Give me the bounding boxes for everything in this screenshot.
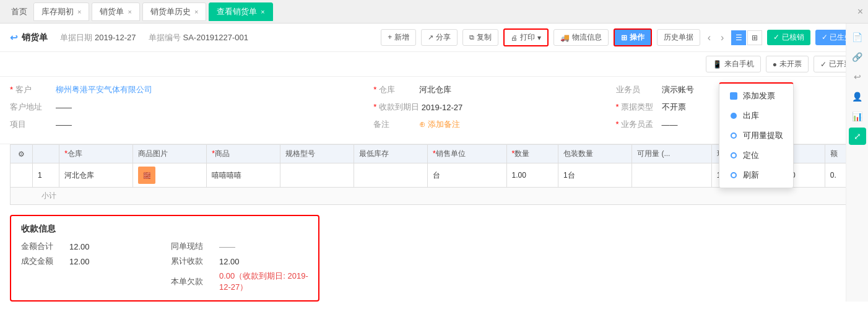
col-num [33, 145, 59, 163]
extract-icon [729, 131, 738, 140]
doc-actions: + 新增 ↗ 分享 ⧉ 复制 🖨 打印 ▾ 🚚 物流信息 [381, 28, 858, 46]
col-image: 商品图片 [133, 145, 207, 163]
tab-sales-history-close[interactable]: × [194, 8, 198, 15]
dropdown-add-invoice[interactable]: 添加发票 [719, 86, 793, 106]
dropdown-locate[interactable]: 定位 [719, 145, 793, 165]
history-button[interactable]: 历史单据 [657, 29, 700, 46]
col-settings: ⚙ [11, 145, 33, 163]
payment-same-order: 同单现结 —— [171, 241, 308, 252]
tab-home[interactable]: 首页 [5, 6, 33, 17]
new-button[interactable]: + 新增 [381, 29, 415, 46]
tab-view-sales-close[interactable]: × [261, 8, 264, 15]
sidebar-chart-icon[interactable]: 📊 [849, 108, 866, 125]
tab-sales[interactable]: 销货单 × [92, 2, 139, 21]
note-field: 备注 ⊕ 添加备注 [373, 119, 615, 130]
cell-package-qty: 1台 [558, 163, 632, 188]
next-button[interactable]: › [718, 31, 726, 45]
project-value: —— [56, 120, 72, 129]
invoice-icon [729, 92, 738, 100]
sidebar-link-icon[interactable]: 🔗 [849, 48, 866, 66]
tab-sales-history[interactable]: 销货单历史 × [142, 2, 206, 21]
payment-date-field: 收款到期日 2019-12-27 [373, 102, 615, 113]
copy-icon: ⧉ [469, 33, 474, 41]
doc-title-icon: ↩ [10, 32, 18, 43]
customer-field: 客户 柳州粤港平安气体有限公司 [10, 84, 373, 95]
staff-value: 演示账号 [662, 84, 694, 95]
address-field: 客户地址 —— [10, 102, 373, 113]
grid-icon: ⊞ [621, 33, 627, 42]
doc-number-value: SA-20191227-001 [183, 33, 249, 42]
cell-unit: 台 [428, 163, 507, 188]
customer-label: 客户 [10, 84, 53, 95]
dropdown-available-extract[interactable]: 可用量提取 [719, 126, 793, 145]
dropdown-outbound[interactable]: 出库 [719, 106, 793, 126]
warehouse-field: 仓库 河北仓库 [373, 84, 615, 95]
payment-grid: 金额合计 12.00 同单现结 —— 成交金额 12.00 累计收款 12.00 [21, 241, 308, 293]
from-phone-button[interactable]: 📱 来自手机 [706, 56, 761, 72]
phone-icon: 📱 [713, 60, 722, 69]
doc-number-label: 单据编号 SA-20191227-001 [149, 32, 249, 43]
project-field: 项目 —— [10, 119, 373, 130]
sidebar-doc-icon[interactable]: 📄 [849, 28, 866, 46]
doc-title-text: 销货单 [22, 32, 48, 43]
tab-view-sales[interactable]: 查看销货单 × [209, 2, 272, 21]
truck-icon: 🚚 [560, 33, 570, 42]
project-label: 项目 [10, 119, 53, 130]
salesman-label: 业务员孟 [616, 119, 659, 130]
share-icon: ↗ [428, 33, 433, 41]
cell-spec [280, 163, 354, 188]
cell-settings [11, 163, 33, 188]
col-quantity: *数量 [506, 145, 558, 163]
cell-quantity: 1.00 [506, 163, 558, 188]
tab-bar-close[interactable]: × [857, 6, 863, 17]
col-available: 可用量 (... [632, 145, 712, 163]
doc-meta: 单据日期 2019-12-27 单据编号 SA-20191227-001 [60, 32, 248, 43]
sidebar-user-icon[interactable]: 👤 [849, 88, 866, 105]
payment-total-amount: 金额合计 12.00 [21, 241, 158, 252]
tab-sales-close[interactable]: × [128, 8, 131, 15]
tab-inventory-close[interactable]: × [77, 8, 81, 15]
sidebar-return-icon[interactable]: ↩ [849, 68, 866, 85]
grid-view-button[interactable]: ⊞ [747, 30, 762, 45]
copy-button[interactable]: ⧉ 复制 [462, 29, 498, 46]
ticket-type-label: 票据类型 [616, 102, 659, 113]
operate-button[interactable]: ⊞ 操作 [614, 28, 652, 46]
print-icon: 🖨 [511, 34, 518, 41]
list-view-button[interactable]: ☰ [731, 30, 746, 45]
customer-value[interactable]: 柳州粤港平安气体有限公司 [56, 84, 152, 95]
not-open-button[interactable]: ● 未开票 [766, 56, 809, 72]
cell-product: 嘻嘻嘻嘻 [207, 163, 280, 188]
payment-empty [21, 271, 158, 293]
refresh-icon [729, 171, 738, 180]
note-label: 备注 [373, 119, 417, 130]
tab-inventory[interactable]: 库存期初 × [33, 2, 89, 21]
col-unit: *销售单位 [428, 145, 507, 163]
warehouse-label: 仓库 [373, 84, 417, 95]
prev-button[interactable]: ‹ [705, 31, 713, 45]
tab-bar: 首页 库存期初 × 销货单 × 销货单历史 × 查看销货单 × × [0, 0, 868, 24]
sidebar-expand-icon[interactable]: ⤢ [849, 128, 866, 145]
dropdown-refresh[interactable]: 刷新 [719, 165, 793, 185]
confirm-icon: ✓ [820, 60, 827, 69]
col-min-stock: 最低库存 [354, 145, 428, 163]
payment-cumulative: 累计收款 12.00 [171, 256, 308, 267]
check-icon: ✓ [773, 33, 779, 41]
address-value: —— [56, 103, 72, 112]
cell-available [632, 163, 712, 188]
note-value: ⊕ 添加备注 [419, 119, 460, 130]
warehouse-value: 河北仓库 [419, 84, 451, 95]
cell-num: 1 [33, 163, 59, 188]
ticket-type-value: 不开票 [662, 102, 686, 113]
doc-header: ↩ 销货单 单据日期 2019-12-27 单据编号 SA-20191227-0… [0, 24, 868, 52]
payment-owed: 本单欠款 0.00（收款到期日: 2019-12-27） [171, 271, 308, 293]
logistics-button[interactable]: 🚚 物流信息 [553, 29, 609, 46]
share-button[interactable]: ↗ 分享 [421, 29, 458, 46]
doc-date-label: 单据日期 2019-12-27 [60, 32, 136, 43]
payment-title: 收款信息 [21, 224, 308, 235]
add-note-button[interactable]: ⊕ 添加备注 [419, 119, 460, 129]
payment-date-value: 2019-12-27 [422, 103, 463, 112]
right-sidebar: 📄 🔗 ↩ 👤 📊 ⤢ [846, 24, 868, 302]
doc-date-value: 2019-12-27 [95, 33, 136, 42]
status-voided-button[interactable]: ✓ 已核销 [767, 30, 810, 45]
print-button[interactable]: 🖨 打印 ▾ [503, 28, 549, 46]
